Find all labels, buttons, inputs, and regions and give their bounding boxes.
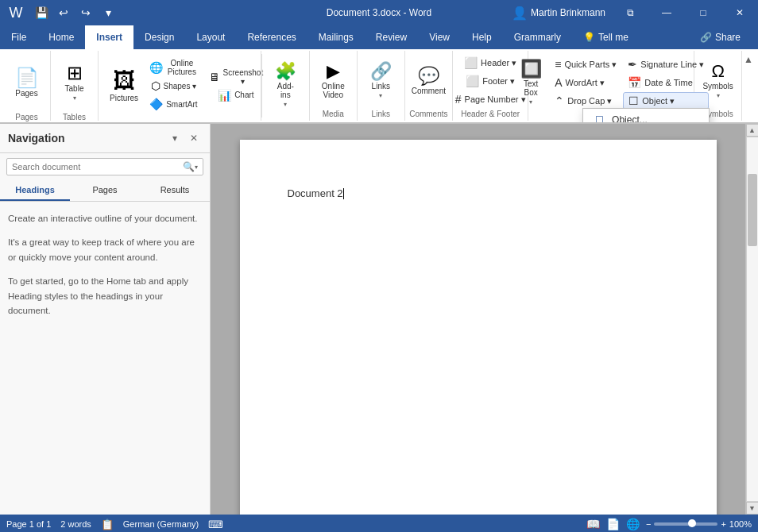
- quick-parts-button[interactable]: ≡ Quick Parts ▾: [550, 56, 621, 73]
- header-icon: ⬜: [464, 56, 478, 69]
- header-footer-group-label: Header & Footer: [461, 110, 520, 118]
- screenshot-button[interactable]: 🖥 Screenshot ▾: [204, 68, 269, 86]
- symbols-icon: Ω: [711, 63, 724, 80]
- user-avatar-icon: 👤: [512, 6, 528, 21]
- online-pictures-button[interactable]: 🌐 Online Pictures: [145, 59, 202, 76]
- footer-icon: ⬜: [466, 75, 479, 87]
- header-button[interactable]: ⬜ Header ▾: [459, 54, 521, 71]
- restore-window-button[interactable]: ⧉: [612, 0, 648, 25]
- nav-collapse-button[interactable]: ▾: [167, 130, 183, 146]
- tab-view[interactable]: View: [418, 25, 461, 49]
- collapse-ribbon-button[interactable]: ▲: [742, 51, 755, 121]
- object-menu-item[interactable]: ☐ Object...: [583, 109, 709, 122]
- tab-design[interactable]: Design: [133, 25, 185, 49]
- comment-button[interactable]: 💬 Comment: [407, 54, 451, 108]
- shapes-button[interactable]: ⬡ Shapes ▾: [145, 77, 202, 94]
- zoom-out-icon[interactable]: −: [646, 519, 651, 529]
- tab-references[interactable]: References: [236, 25, 307, 49]
- save-button[interactable]: 💾: [32, 3, 51, 22]
- minimize-button[interactable]: —: [648, 0, 685, 25]
- language: German (Germany): [123, 519, 199, 529]
- footer-button[interactable]: ⬜ Footer ▾: [461, 72, 520, 90]
- tab-help[interactable]: Help: [461, 25, 503, 49]
- customize-quick-access-button[interactable]: ▾: [99, 3, 118, 22]
- pages-group-label: Pages: [15, 113, 37, 121]
- nav-search-dropdown-arrow[interactable]: ▾: [195, 164, 198, 171]
- pictures-icon: 🖼: [113, 70, 135, 92]
- drop-cap-icon: ⌃: [555, 94, 564, 107]
- signature-line-button[interactable]: ✒ Signature Line ▾: [623, 56, 709, 73]
- drop-cap-button[interactable]: ⌃ Drop Cap ▾: [550, 92, 621, 110]
- chart-icon: 📊: [218, 90, 231, 101]
- chart-button[interactable]: 📊 Chart: [204, 87, 269, 104]
- pages-button[interactable]: 📄 Pages: [10, 54, 44, 111]
- text-box-button[interactable]: 🔲 TextBox ▾: [513, 54, 548, 111]
- document-page[interactable]: Document 2: [240, 140, 717, 515]
- links-button[interactable]: 🔗 Links ▾: [365, 54, 396, 108]
- collapse-icon: ▲: [744, 54, 753, 65]
- scroll-thumb[interactable]: [748, 174, 757, 247]
- online-video-button[interactable]: ▶ OnlineVideo: [317, 54, 350, 108]
- close-button[interactable]: ✕: [721, 0, 758, 25]
- document-canvas[interactable]: Document 2: [211, 124, 745, 515]
- object-button[interactable]: ☐ Object ▾: [623, 92, 709, 110]
- nav-tab-results[interactable]: Results: [140, 180, 210, 201]
- nav-tab-pages[interactable]: Pages: [70, 180, 140, 201]
- tab-review[interactable]: Review: [365, 25, 418, 49]
- user-account-button[interactable]: 👤 Martin Brinkmann: [505, 6, 612, 21]
- ribbon-group-comments: 💬 Comment Comments: [405, 51, 453, 121]
- redo-button[interactable]: ↪: [76, 3, 95, 22]
- smartart-icon: 🔷: [149, 98, 163, 110]
- lightbulb-icon: 💡: [583, 32, 595, 43]
- tab-layout[interactable]: Layout: [185, 25, 236, 49]
- links-icon: 🔗: [370, 63, 392, 80]
- web-layout-icon[interactable]: 🌐: [626, 518, 640, 530]
- print-layout-icon[interactable]: 📄: [606, 518, 620, 530]
- nav-content-para-1: Create an interactive outline of your do…: [8, 211, 202, 226]
- ribbon-tab-bar: File Home Insert Design Layout Reference…: [0, 25, 758, 49]
- read-mode-icon[interactable]: 📖: [586, 518, 600, 530]
- tab-tell-me[interactable]: 💡 Tell me: [572, 25, 640, 49]
- nav-search-icon[interactable]: 🔍: [183, 161, 195, 172]
- page-info: Page 1 of 1: [6, 519, 51, 529]
- table-button[interactable]: ⊞ Table ▾: [59, 54, 91, 111]
- app-body: Navigation ▾ ✕ 🔍 ▾ Headings Pages Result…: [0, 124, 758, 515]
- tab-file[interactable]: File: [0, 25, 37, 49]
- nav-tab-headings[interactable]: Headings: [0, 180, 70, 201]
- zoom-thumb: [688, 519, 696, 527]
- share-button[interactable]: 🔗 Share: [689, 25, 752, 49]
- undo-button[interactable]: ↩: [54, 3, 73, 22]
- title-bar: W 💾 ↩ ↪ ▾ Document 3.docx - Word 👤 Marti…: [0, 0, 758, 25]
- nav-close-button[interactable]: ✕: [186, 130, 202, 146]
- zoom-control[interactable]: − + 100%: [646, 519, 752, 529]
- tab-mailings[interactable]: Mailings: [307, 25, 365, 49]
- nav-search-box: 🔍 ▾: [6, 158, 203, 175]
- tab-home[interactable]: Home: [37, 25, 85, 49]
- date-time-button[interactable]: 📅 Date & Time: [623, 74, 709, 91]
- addins-button[interactable]: 🧩 Add-ins ▾: [269, 58, 301, 112]
- nav-panel-content: Create an interactive outline of your do…: [0, 202, 210, 515]
- status-bar: Page 1 of 1 2 words 📋 German (Germany) ⌨…: [0, 515, 758, 532]
- scroll-down-button[interactable]: ▼: [746, 502, 759, 515]
- title-bar-left: W 💾 ↩ ↪ ▾: [6, 3, 118, 22]
- zoom-slider[interactable]: [654, 522, 717, 526]
- tables-group-label: Tables: [63, 113, 86, 121]
- tab-insert[interactable]: Insert: [85, 25, 133, 49]
- links-group-label: Links: [372, 110, 390, 118]
- smartart-button[interactable]: 🔷 SmartArt: [145, 95, 202, 113]
- table-dropdown-arrow: ▾: [73, 94, 76, 102]
- nav-search-input[interactable]: [12, 162, 183, 172]
- tab-grammarly[interactable]: Grammarly: [503, 25, 572, 49]
- ribbon-group-illustrations: 🖼 Pictures 🌐 Online Pictures ⬡ Shapes ▾ …: [99, 51, 261, 121]
- object-menu-icon: ☐: [593, 114, 605, 122]
- wordart-button[interactable]: A WordArt ▾: [550, 74, 621, 91]
- text-box-icon: 🔲: [520, 60, 542, 78]
- maximize-restore-button[interactable]: □: [685, 0, 721, 25]
- scroll-up-button[interactable]: ▲: [746, 124, 759, 137]
- zoom-in-icon[interactable]: +: [721, 519, 725, 529]
- vertical-scrollbar[interactable]: ▲ ▼: [745, 124, 758, 515]
- pictures-button[interactable]: 🖼 Pictures: [105, 59, 143, 113]
- scroll-track[interactable]: [746, 137, 759, 502]
- nav-panel-controls: ▾ ✕: [167, 130, 202, 146]
- nav-content-para-3: To get started, go to the Home tab and a…: [8, 274, 202, 318]
